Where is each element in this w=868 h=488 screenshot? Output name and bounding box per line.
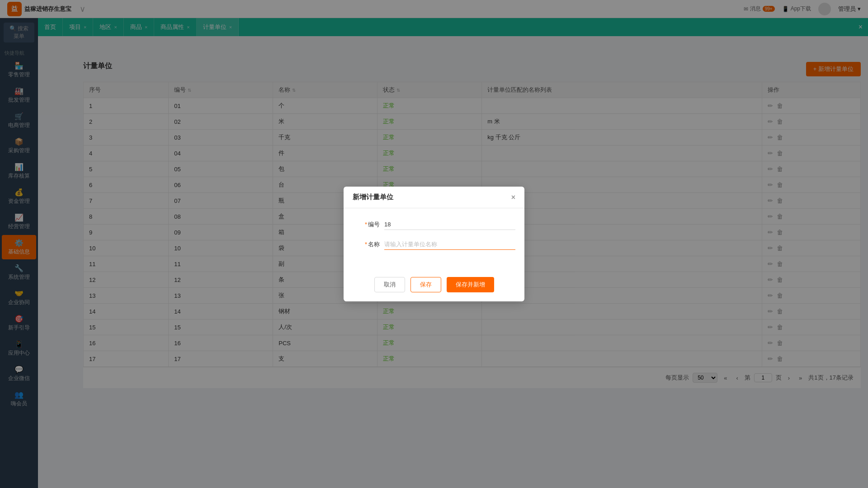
modal-title: 新增计量单位 [353, 193, 393, 202]
add-unit-modal: 新增计量单位 × *编号 *名称 取消 保存 保存并新增 [344, 187, 524, 301]
modal-body: *编号 *名称 [344, 208, 524, 270]
save-button[interactable]: 保存 [410, 277, 441, 292]
code-input[interactable] [384, 219, 515, 230]
code-field-row: *编号 [353, 219, 515, 230]
name-input[interactable] [384, 239, 515, 250]
name-field-row: *名称 [353, 239, 515, 250]
code-label: *编号 [353, 221, 380, 229]
save-and-add-button[interactable]: 保存并新增 [447, 277, 494, 292]
modal-overlay[interactable]: 新增计量单位 × *编号 *名称 取消 保存 保存并新增 [0, 0, 868, 488]
modal-close-button[interactable]: × [511, 193, 515, 202]
name-label: *名称 [353, 240, 380, 249]
modal-footer: 取消 保存 保存并新增 [344, 270, 524, 301]
modal-header: 新增计量单位 × [344, 187, 524, 208]
cancel-button[interactable]: 取消 [374, 277, 405, 292]
required-star-name: * [365, 241, 367, 248]
required-star-code: * [365, 221, 367, 228]
